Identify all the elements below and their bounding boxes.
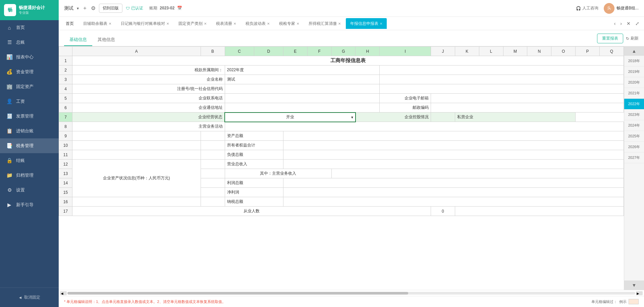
tab-journal-bank[interactable]: 日记账与银行对账单核对✕ <box>116 18 173 29</box>
service-label: 人工咨询 <box>582 5 598 11</box>
value-cell[interactable] <box>283 188 624 197</box>
table-row: 1 工商年报信息表 <box>59 56 624 65</box>
tab-fixed-asset-type[interactable]: 固定资产类别✕ <box>174 18 211 29</box>
scroll-left-button[interactable]: ◄ <box>60 291 67 295</box>
spreadsheet-table: A B C D E F G H I J K L <box>59 46 624 216</box>
holding-value-cell[interactable]: 私营企业 <box>455 113 575 122</box>
value-cell[interactable] <box>283 131 624 141</box>
year-item-2018[interactable]: 2018年 <box>624 56 644 67</box>
subtab-other[interactable]: 其他信息 <box>92 34 120 46</box>
scrollbar-thumb[interactable] <box>67 292 408 295</box>
sidebar-item-funds[interactable]: 💰 资金管理 <box>0 64 59 79</box>
tab-label: 年报信息申报表 <box>350 21 378 27</box>
spreadsheet-scroll[interactable]: A B C D E F G H I J K L <box>59 46 624 290</box>
value-cell[interactable] <box>283 141 624 150</box>
year-down-button[interactable]: ▼ <box>624 280 644 290</box>
cancel-fixed-button[interactable]: ◄ 取消固定 <box>0 291 59 304</box>
tab-tax-expert[interactable]: 税检专家✕ <box>275 18 304 29</box>
year-item-2019[interactable]: 2019年 <box>624 67 644 77</box>
value-cell[interactable] <box>225 84 380 94</box>
sidebar-item-fixed-assets[interactable]: 🏢 固定资产 <box>0 79 59 94</box>
sidebar-item-invoices[interactable]: 🧾 发票管理 <box>0 109 59 124</box>
switch-old-version-button[interactable]: 切到旧版 <box>99 4 122 13</box>
close-all-tabs-button[interactable]: ✕ <box>625 19 633 28</box>
tab-next-button[interactable]: › <box>618 19 624 28</box>
logo-text-group: 畅捷通好会计 专业版 <box>19 5 45 15</box>
tab-prev-button[interactable]: ‹ <box>612 19 618 28</box>
tab-close-icon[interactable]: ✕ <box>338 22 341 26</box>
tab-close-icon[interactable]: ✕ <box>380 22 382 26</box>
value-cell[interactable] <box>283 197 624 207</box>
value-cell[interactable]: 2022年度 <box>225 65 380 75</box>
sidebar-item-home[interactable]: ⌂ 首页 <box>0 20 59 35</box>
value-cell[interactable] <box>331 169 624 178</box>
value-cell[interactable]: 测试 <box>225 75 380 84</box>
sidebar-label-fixed-assets: 固定资产 <box>16 84 34 90</box>
year-item-2026[interactable]: 2026年 <box>624 142 644 152</box>
year-item-2022[interactable]: 2022年 <box>624 99 644 109</box>
calendar-icon[interactable]: 📅 <box>177 6 182 10</box>
horizontal-scrollbar[interactable]: ◄ ► <box>59 290 644 296</box>
year-up-button[interactable]: ▲ <box>624 46 644 56</box>
value-cell[interactable] <box>225 103 380 113</box>
sidebar-item-close[interactable]: 🔒 结账 <box>0 153 59 168</box>
sidebar-item-archive[interactable]: 📁 归档管理 <box>0 168 59 183</box>
year-item-2027[interactable]: 2027年 <box>624 152 644 163</box>
service-button[interactable]: 🎧 人工咨询 <box>576 5 598 11</box>
sidebar-label-home: 首页 <box>16 25 25 31</box>
value-cell[interactable] <box>431 113 455 122</box>
tab-close-icon[interactable]: ✕ <box>204 22 207 26</box>
tab-close-icon[interactable]: ✕ <box>166 22 169 26</box>
year-item-2025[interactable]: 2025年 <box>624 131 644 142</box>
tab-close-icon[interactable]: ✕ <box>267 22 270 26</box>
user-profile[interactable]: 头 畅捷通B组... <box>604 3 639 14</box>
sidebar-item-reports[interactable]: 📊 报表中心 <box>0 50 59 64</box>
value-cell[interactable] <box>283 178 624 188</box>
tab-home[interactable]: 首页 <box>61 18 78 29</box>
tabbar: 首页目辅助余额表✕日记账与银行对账单核对✕固定资产类别✕税表清册✕税负波动表✕税… <box>59 17 644 30</box>
value-cell[interactable]: 0 <box>431 207 455 216</box>
refresh-button[interactable]: ↻ 刷新 <box>626 34 639 43</box>
sidebar-item-payroll[interactable]: 👤 工资 <box>0 94 59 109</box>
tab-label: 税表清册 <box>216 21 232 27</box>
value-cell[interactable] <box>431 94 624 103</box>
tab-close-icon[interactable]: ✕ <box>109 22 111 26</box>
value-cell[interactable] <box>283 150 624 160</box>
company-dropdown-icon[interactable]: ▾ <box>77 6 79 11</box>
tab-expand-button[interactable]: ⤢ <box>633 19 641 28</box>
year-item-2024[interactable]: 2024年 <box>624 120 644 131</box>
tab-tax-table[interactable]: 税表清册✕ <box>212 18 240 29</box>
sidebar-label-close: 结账 <box>16 158 25 164</box>
row-num: 17 <box>59 207 72 216</box>
tab-close-icon[interactable]: ✕ <box>297 22 299 26</box>
sidebar-item-guide[interactable]: ▶ 新手引导 <box>0 198 59 212</box>
scrollbar-track[interactable] <box>67 292 635 295</box>
tab-annual-report[interactable]: 年报信息申报表✕ <box>346 18 387 29</box>
sidebar-item-purchase-sales[interactable]: 📋 进销台账 <box>0 124 59 138</box>
tab-aux-balance[interactable]: 目辅助余额表✕ <box>79 18 116 29</box>
year-item-2023[interactable]: 2023年 <box>624 109 644 120</box>
value-cell[interactable] <box>225 122 624 131</box>
tab-tax-fluctuation[interactable]: 税负波动表✕ <box>241 18 274 29</box>
year-item-2021[interactable]: 2021年 <box>624 88 644 99</box>
col-header-m: M <box>503 47 527 56</box>
add-tab-button[interactable]: ＋ <box>82 5 88 12</box>
sidebar-item-settings[interactable]: ⚙ 设置 <box>0 183 59 198</box>
label-cell: 其中：主营业务收入 <box>225 169 331 178</box>
sidebar-item-ledger[interactable]: ☰ 总账 <box>0 35 59 50</box>
value-cell[interactable] <box>283 160 624 169</box>
reset-report-button[interactable]: 重置报表 <box>597 34 623 43</box>
business-status-dropdown[interactable]: 开业 ▼ <box>225 113 356 122</box>
year-item-2020[interactable]: 2020年 <box>624 77 644 88</box>
value-cell[interactable] <box>431 103 624 113</box>
settings-icon[interactable]: ⚙ <box>91 5 96 11</box>
sidebar-item-tax[interactable]: 📑 税务管理 <box>0 138 59 153</box>
table-title-cell[interactable]: 工商年报信息表 <box>72 56 624 65</box>
scroll-right-button[interactable]: ► <box>636 291 643 295</box>
value-cell[interactable] <box>225 94 380 103</box>
sidebar-label-purchase-sales: 进销台账 <box>16 128 34 134</box>
tab-income-tax[interactable]: 所得税汇算清缴✕ <box>304 18 345 29</box>
table-row: 4 注册号/统一社会信用代码 <box>59 84 624 94</box>
subtab-basic[interactable]: 基础信息 <box>64 34 92 46</box>
tab-close-icon[interactable]: ✕ <box>233 22 236 26</box>
